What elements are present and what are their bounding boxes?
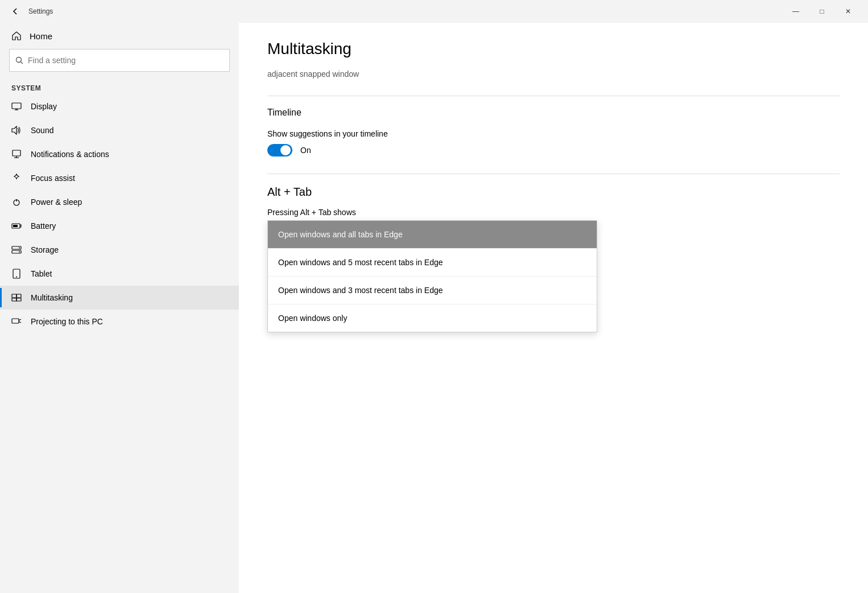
focus-label: Focus assist	[31, 174, 75, 183]
timeline-toggle-row: On	[267, 144, 840, 157]
titlebar: Settings — □ ✕	[0, 0, 868, 23]
svg-rect-21	[12, 298, 16, 301]
storage-label: Storage	[31, 245, 59, 254]
svg-marker-5	[12, 126, 16, 134]
dropdown-option-3[interactable]: Open windows only	[268, 304, 597, 332]
sidebar-item-display[interactable]: Display	[0, 94, 239, 118]
svg-rect-2	[12, 103, 21, 109]
tablet-label: Tablet	[31, 269, 52, 278]
maximize-button[interactable]: □	[809, 2, 835, 20]
sound-icon	[11, 125, 22, 135]
minimize-button[interactable]: —	[783, 2, 809, 20]
svg-point-18	[16, 277, 17, 278]
close-button[interactable]: ✕	[835, 2, 861, 20]
battery-icon	[11, 221, 22, 231]
back-button[interactable]	[7, 3, 24, 20]
sidebar-item-storage[interactable]: Storage	[0, 238, 239, 262]
display-icon	[11, 101, 22, 112]
app-body: Home System Display	[0, 23, 868, 593]
search-input[interactable]	[28, 56, 224, 65]
svg-point-15	[19, 248, 20, 249]
search-icon	[15, 56, 23, 64]
projecting-icon	[11, 316, 22, 327]
multitasking-label: Multitasking	[31, 293, 73, 302]
section-divider-timeline	[267, 96, 840, 96]
section-divider-alttab	[267, 174, 840, 174]
timeline-toggle[interactable]	[267, 144, 292, 157]
app-title: Settings	[28, 7, 53, 15]
svg-rect-22	[16, 298, 21, 301]
sidebar-item-sound[interactable]: Sound	[0, 118, 239, 142]
sidebar-item-focus[interactable]: Focus assist	[0, 166, 239, 190]
sidebar-section-system: System	[0, 81, 239, 94]
storage-icon	[11, 245, 22, 255]
home-label: Home	[30, 31, 52, 41]
back-icon	[12, 8, 19, 15]
sidebar-item-battery[interactable]: Battery	[0, 214, 239, 238]
sidebar-item-power[interactable]: Power & sleep	[0, 190, 239, 214]
multitasking-icon	[11, 293, 22, 303]
svg-point-0	[16, 57, 22, 63]
tablet-icon	[11, 269, 22, 279]
sidebar-item-tablet[interactable]: Tablet	[0, 262, 239, 286]
dropdown-option-1[interactable]: Open windows and 5 most recent tabs in E…	[268, 248, 597, 276]
sound-label: Sound	[31, 126, 53, 135]
alt-tab-title: Alt + Tab	[267, 186, 840, 199]
svg-line-1	[21, 62, 23, 64]
window-controls: — □ ✕	[783, 2, 861, 20]
dropdown-list: Open windows and all tabs in Edge Open w…	[267, 220, 597, 332]
home-icon	[11, 31, 22, 41]
sidebar-item-notifications[interactable]: Notifications & actions	[0, 142, 239, 166]
timeline-setting-label: Show suggestions in your timeline	[267, 129, 840, 138]
battery-label: Battery	[31, 221, 56, 230]
page-title: Multitasking	[267, 40, 840, 58]
sidebar-item-projecting[interactable]: Projecting to this PC	[0, 310, 239, 333]
svg-rect-6	[13, 150, 20, 156]
toggle-label: On	[300, 146, 311, 155]
sidebar-item-multitasking[interactable]: Multitasking	[0, 286, 239, 310]
display-label: Display	[31, 102, 57, 111]
notifications-label: Notifications & actions	[31, 150, 109, 159]
svg-rect-23	[12, 319, 19, 323]
toggle-knob	[280, 145, 291, 155]
projecting-label: Projecting to this PC	[31, 317, 103, 326]
sidebar-item-home[interactable]: Home	[0, 23, 239, 49]
timeline-section-title: Timeline	[267, 108, 840, 118]
dropdown-option-2[interactable]: Open windows and 3 most recent tabs in E…	[268, 276, 597, 304]
pressing-label: Pressing Alt + Tab shows	[267, 208, 840, 217]
dropdown-option-0[interactable]: Open windows and all tabs in Edge	[268, 221, 597, 248]
focus-icon	[11, 173, 22, 183]
svg-point-16	[19, 252, 20, 253]
search-box[interactable]	[9, 49, 230, 72]
main-content: Multitasking adjacent snapped window Tim…	[239, 23, 868, 593]
partial-text: adjacent snapped window	[267, 69, 840, 79]
power-label: Power & sleep	[31, 197, 82, 207]
sidebar: Home System Display	[0, 23, 239, 593]
notifications-icon	[11, 149, 22, 159]
power-icon	[11, 197, 22, 207]
svg-rect-20	[16, 294, 21, 298]
svg-rect-19	[12, 294, 16, 298]
svg-rect-12	[13, 225, 18, 227]
